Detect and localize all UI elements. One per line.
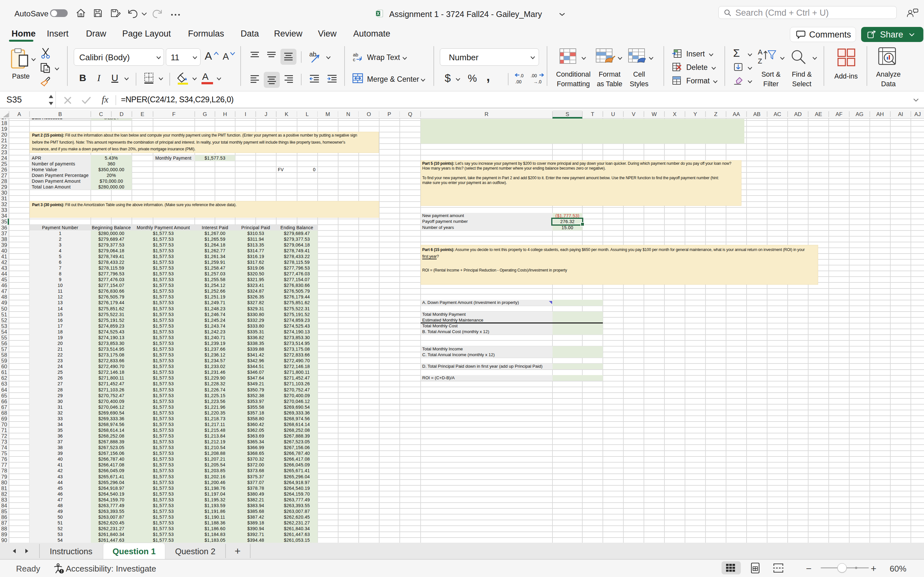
svg-text:A: A: [758, 48, 762, 56]
svg-text:Z: Z: [758, 57, 762, 65]
svg-text:→.0: →.0: [533, 79, 541, 84]
svg-text:.00: .00: [531, 73, 537, 78]
svg-text:c: c: [353, 57, 355, 62]
svg-text:ab: ab: [309, 51, 317, 58]
svg-text:.00: .00: [515, 79, 522, 84]
svg-text:.0: .0: [520, 73, 523, 78]
